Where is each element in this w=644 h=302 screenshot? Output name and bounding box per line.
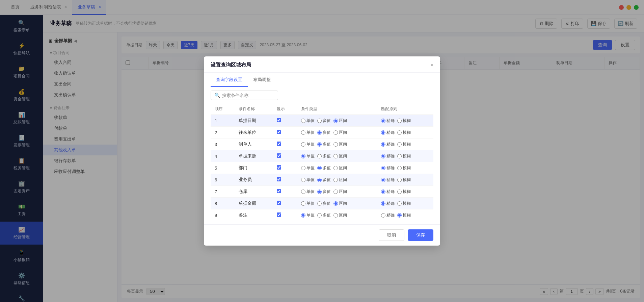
match-radio-模糊[interactable]: [397, 190, 402, 194]
type-radio-区间[interactable]: [333, 142, 338, 147]
match-radio-模糊[interactable]: [397, 154, 402, 158]
match-radio-label[interactable]: 模糊: [397, 130, 411, 135]
type-radio-多值[interactable]: [317, 166, 322, 170]
type-radio-label[interactable]: 区间: [333, 130, 347, 135]
type-radio-label[interactable]: 区间: [333, 212, 347, 218]
match-radio-label[interactable]: 精确: [381, 130, 395, 135]
match-radio-精确[interactable]: [381, 142, 385, 147]
type-radio-单值[interactable]: [301, 213, 305, 218]
dialog-tab-layout[interactable]: 布局调整: [248, 73, 276, 87]
type-radio-区间[interactable]: [333, 130, 338, 135]
match-radio-label[interactable]: 模糊: [397, 201, 411, 206]
type-radio-label[interactable]: 多值: [317, 189, 331, 195]
type-radio-label[interactable]: 单值: [301, 153, 315, 159]
match-radio-label[interactable]: 精确: [381, 142, 395, 147]
type-radio-label[interactable]: 多值: [317, 201, 331, 206]
match-radio-精确[interactable]: [381, 119, 385, 123]
type-radio-label[interactable]: 单值: [301, 189, 315, 195]
type-radio-label[interactable]: 多值: [317, 153, 331, 159]
type-radio-label[interactable]: 单值: [301, 177, 315, 183]
type-radio-多值[interactable]: [317, 142, 322, 147]
match-radio-模糊[interactable]: [397, 166, 402, 170]
row-show-checkbox[interactable]: [277, 189, 281, 193]
type-radio-单值[interactable]: [301, 166, 305, 170]
type-radio-label[interactable]: 区间: [333, 177, 347, 183]
type-radio-label[interactable]: 单值: [301, 118, 315, 124]
match-radio-label[interactable]: 精确: [381, 201, 395, 206]
type-radio-区间[interactable]: [333, 166, 338, 170]
match-radio-精确[interactable]: [381, 201, 385, 206]
match-radio-精确[interactable]: [381, 166, 385, 170]
match-radio-label[interactable]: 模糊: [397, 212, 411, 218]
type-radio-区间[interactable]: [333, 154, 338, 158]
type-radio-label[interactable]: 区间: [333, 118, 347, 124]
match-radio-精确[interactable]: [381, 130, 385, 135]
type-radio-label[interactable]: 单值: [301, 212, 315, 218]
match-radio-精确[interactable]: [381, 154, 385, 158]
type-radio-label[interactable]: 区间: [333, 153, 347, 159]
dialog-tab-fields[interactable]: 查询字段设置: [211, 73, 248, 87]
match-radio-label[interactable]: 精确: [381, 212, 395, 218]
match-radio-模糊[interactable]: [397, 119, 402, 123]
type-radio-label[interactable]: 多值: [317, 212, 331, 218]
type-radio-多值[interactable]: [317, 178, 322, 182]
type-radio-label[interactable]: 单值: [301, 130, 315, 135]
match-radio-label[interactable]: 模糊: [397, 177, 411, 183]
row-show-checkbox[interactable]: [277, 212, 281, 217]
type-radio-label[interactable]: 单值: [301, 142, 315, 147]
type-radio-多值[interactable]: [317, 190, 322, 194]
type-radio-label[interactable]: 区间: [333, 142, 347, 147]
type-radio-label[interactable]: 单值: [301, 201, 315, 206]
match-radio-label[interactable]: 精确: [381, 118, 395, 124]
row-show-checkbox[interactable]: [277, 165, 281, 170]
type-radio-区间[interactable]: [333, 119, 338, 123]
match-radio-label[interactable]: 精确: [381, 177, 395, 183]
row-show-checkbox[interactable]: [277, 142, 281, 146]
type-radio-多值[interactable]: [317, 130, 322, 135]
match-radio-模糊[interactable]: [397, 201, 402, 206]
match-radio-模糊[interactable]: [397, 178, 402, 182]
type-radio-label[interactable]: 多值: [317, 130, 331, 135]
type-radio-单值[interactable]: [301, 178, 305, 182]
type-radio-单值[interactable]: [301, 154, 305, 158]
match-radio-label[interactable]: 精确: [381, 153, 395, 159]
type-radio-label[interactable]: 区间: [333, 189, 347, 195]
match-radio-精确[interactable]: [381, 213, 385, 218]
type-radio-label[interactable]: 多值: [317, 142, 331, 147]
type-radio-label[interactable]: 多值: [317, 177, 331, 183]
match-radio-label[interactable]: 模糊: [397, 153, 411, 159]
row-show-checkbox[interactable]: [277, 153, 281, 158]
match-radio-模糊[interactable]: [397, 213, 402, 218]
dialog-save-btn[interactable]: 保存: [408, 229, 433, 241]
type-radio-label[interactable]: 区间: [333, 165, 347, 171]
row-show-checkbox[interactable]: [277, 130, 281, 134]
type-radio-多值[interactable]: [317, 119, 322, 123]
row-show-checkbox[interactable]: [277, 177, 281, 181]
type-radio-单值[interactable]: [301, 201, 305, 206]
match-radio-label[interactable]: 精确: [381, 189, 395, 195]
dialog-cancel-btn[interactable]: 取消: [379, 229, 404, 241]
match-radio-label[interactable]: 精确: [381, 165, 395, 171]
type-radio-多值[interactable]: [317, 154, 322, 158]
type-radio-区间[interactable]: [333, 190, 338, 194]
type-radio-多值[interactable]: [317, 201, 322, 206]
row-show-checkbox[interactable]: [277, 118, 281, 122]
match-radio-label[interactable]: 模糊: [397, 118, 411, 124]
type-radio-单值[interactable]: [301, 119, 305, 123]
match-radio-模糊[interactable]: [397, 142, 402, 147]
row-show-checkbox[interactable]: [277, 201, 281, 205]
type-radio-区间[interactable]: [333, 201, 338, 206]
match-radio-label[interactable]: 模糊: [397, 142, 411, 147]
type-radio-label[interactable]: 单值: [301, 165, 315, 171]
type-radio-单值[interactable]: [301, 190, 305, 194]
type-radio-单值[interactable]: [301, 130, 305, 135]
match-radio-精确[interactable]: [381, 190, 385, 194]
type-radio-区间[interactable]: [333, 213, 338, 218]
type-radio-label[interactable]: 多值: [317, 118, 331, 124]
match-radio-模糊[interactable]: [397, 130, 402, 135]
match-radio-label[interactable]: 模糊: [397, 165, 411, 171]
dialog-close-btn[interactable]: ×: [430, 62, 433, 68]
dialog-search-input[interactable]: [222, 93, 274, 98]
type-radio-label[interactable]: 多值: [317, 165, 331, 171]
type-radio-单值[interactable]: [301, 142, 305, 147]
